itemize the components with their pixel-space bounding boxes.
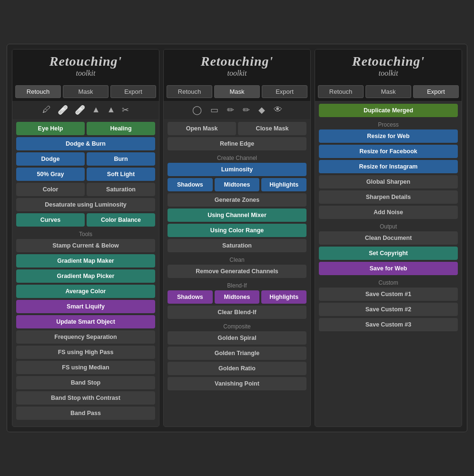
button-midtones[interactable]: Midtones	[215, 290, 260, 304]
button-luminosity[interactable]: Luminosity	[168, 163, 306, 176]
button-eye-help[interactable]: Eye Help	[16, 122, 85, 135]
tab-retouch[interactable]: Retouch	[167, 85, 212, 98]
tab-export[interactable]: Export	[110, 85, 156, 98]
button-golden-spiral[interactable]: Golden Spiral	[168, 331, 306, 345]
eye-icon[interactable]: 👁	[274, 105, 282, 115]
panel-retouch: Retouching' toolkit RetouchMaskExport🖊🩹🩹…	[12, 49, 159, 427]
button-refine-edge[interactable]: Refine Edge	[168, 137, 306, 150]
button-resize-for-instagram[interactable]: Resize for Instagram	[319, 160, 458, 173]
panel-header: Retouching' toolkit	[12, 50, 159, 82]
button-healing[interactable]: Healing	[87, 122, 155, 135]
button-update-smart-object[interactable]: Update Smart Object	[16, 315, 155, 328]
button-resize-for-web[interactable]: Resize for Web	[319, 129, 458, 143]
rect-icon[interactable]: ▭	[210, 105, 218, 115]
button-stamp-current-&-below[interactable]: Stamp Current & Below	[16, 239, 155, 252]
panel-mask: Retouching' toolkit RetouchMaskExport◯▭✏…	[163, 49, 311, 427]
button-average-color[interactable]: Average Color	[16, 285, 155, 298]
button-curves[interactable]: Curves	[16, 213, 85, 227]
button-save-for-web[interactable]: Save for Web	[319, 262, 458, 275]
button-color[interactable]: Color	[16, 183, 85, 196]
button-set-copyright[interactable]: Set Copyright	[319, 247, 458, 260]
button-using-channel-mixer[interactable]: Using Channel Mixer	[168, 208, 306, 222]
button-fs-using-high-pass[interactable]: FS using High Pass	[16, 346, 155, 359]
tab-mask[interactable]: Mask	[214, 85, 260, 98]
button-gradient-map-picker[interactable]: Gradient Map Picker	[16, 269, 155, 283]
section-label: Clean	[168, 254, 306, 265]
button-add-noise[interactable]: Add Noise	[319, 206, 458, 219]
tab-bar: RetouchMaskExport	[164, 82, 310, 101]
button-saturation[interactable]: Saturation	[168, 239, 306, 252]
button-row: DodgeBurn	[16, 152, 155, 166]
button-shadows[interactable]: Shadows	[168, 290, 213, 304]
tab-mask[interactable]: Mask	[63, 85, 109, 98]
button-highlights[interactable]: Highlights	[261, 178, 306, 191]
panel-export: Retouching' toolkit RetouchMaskExportDup…	[315, 49, 462, 427]
section-label: Output	[319, 221, 458, 231]
bandaid2-icon[interactable]: 🩹	[75, 105, 85, 115]
button-50%-gray[interactable]: 50% Gray	[16, 168, 85, 181]
button-open-mask[interactable]: Open Mask	[168, 122, 236, 135]
button-duplicate-merged[interactable]: Duplicate Merged	[319, 104, 458, 117]
tab-mask[interactable]: Mask	[365, 85, 411, 98]
button-dodge[interactable]: Dodge	[16, 152, 85, 166]
button-soft-light[interactable]: Soft Light	[87, 168, 155, 181]
tab-retouch[interactable]: Retouch	[318, 85, 364, 98]
button-generate-zones[interactable]: Generate Zones	[168, 193, 306, 207]
button-vanishing-point[interactable]: Vanishing Point	[168, 377, 306, 390]
logo-title: Retouching'	[320, 54, 457, 69]
panel-header: Retouching' toolkit	[164, 50, 310, 82]
button-burn[interactable]: Burn	[87, 152, 155, 166]
button-fs-using-median[interactable]: FS using Median	[16, 361, 155, 374]
button-band-pass[interactable]: Band Pass	[16, 407, 155, 420]
button-shadows[interactable]: Shadows	[168, 178, 213, 191]
button-row: Open MaskClose Mask	[168, 122, 306, 135]
button-band-stop-with-contrast[interactable]: Band Stop with Contrast	[16, 391, 155, 405]
button-row: Eye HelpHealing	[16, 122, 155, 135]
button-sharpen-details[interactable]: Sharpen Details	[319, 190, 458, 204]
button-row: ShadowsMidtonesHighlights	[168, 178, 306, 191]
pen-icon[interactable]: ✏	[227, 105, 234, 115]
tab-retouch[interactable]: Retouch	[15, 85, 61, 98]
section-label: Custom	[319, 277, 458, 288]
button-golden-triangle[interactable]: Golden Triangle	[168, 347, 306, 360]
button-row: 50% GraySoft Light	[16, 168, 155, 181]
bandaid-icon[interactable]: 🩹	[58, 105, 68, 115]
button-resize-for-facebook[interactable]: Resize for Facebook	[319, 145, 458, 158]
button-frequency-separation[interactable]: Frequency Separation	[16, 330, 155, 344]
section-label: Composite	[168, 321, 306, 331]
button-band-stop[interactable]: Band Stop	[16, 376, 155, 389]
stamp2-icon[interactable]: ▲	[107, 105, 116, 115]
button-global-sharpen[interactable]: Global Sharpen	[319, 175, 458, 188]
tool-icons-row: 🖊🩹🩹▲▲✂	[12, 101, 159, 119]
tab-export[interactable]: Export	[262, 85, 307, 98]
drop-icon[interactable]: ◆	[258, 105, 265, 115]
button-gradient-map-maker[interactable]: Gradient Map Maker	[16, 254, 155, 268]
button-using-color-range[interactable]: Using Color Range	[168, 224, 306, 237]
mask-icons-row: ◯▭✏✏◆👁	[164, 101, 310, 119]
tab-export[interactable]: Export	[413, 85, 459, 98]
button-save-custom-1[interactable]: Save Custom #1	[319, 288, 458, 301]
button-row: CurvesColor Balance	[16, 213, 155, 227]
brush-icon[interactable]: 🖊	[42, 105, 51, 115]
button-color-balance[interactable]: Color Balance	[87, 213, 155, 227]
button-close-mask[interactable]: Close Mask	[238, 122, 306, 135]
section-label: Blend-If	[168, 280, 306, 290]
button-save-custom-2[interactable]: Save Custom #2	[319, 303, 458, 316]
button-desaturate-using-luminosity[interactable]: Desaturate using Luminosity	[16, 198, 155, 211]
button-golden-ratio[interactable]: Golden Ratio	[168, 362, 306, 375]
panel-header: Retouching' toolkit	[315, 50, 462, 82]
button-saturation[interactable]: Saturation	[87, 183, 155, 196]
button-midtones[interactable]: Midtones	[215, 178, 260, 191]
scissors-icon[interactable]: ✂	[122, 105, 129, 115]
stamp-icon[interactable]: ▲	[92, 105, 100, 115]
ellipse-icon[interactable]: ◯	[192, 105, 202, 115]
button-remove-generated-channels[interactable]: Remove Generated Channels	[168, 265, 306, 278]
button-clear-blend-if[interactable]: Clear Blend-If	[168, 306, 306, 319]
button-smart-liquify[interactable]: Smart Liquify	[16, 300, 155, 313]
pen2-icon[interactable]: ✏	[243, 105, 250, 115]
button-clean-document[interactable]: Clean Document	[319, 231, 458, 245]
button-dodge-&-burn[interactable]: Dodge & Burn	[16, 137, 155, 150]
button-row: ColorSaturation	[16, 183, 155, 196]
button-save-custom-3[interactable]: Save Custom #3	[319, 318, 458, 331]
button-highlights[interactable]: Highlights	[261, 290, 306, 304]
